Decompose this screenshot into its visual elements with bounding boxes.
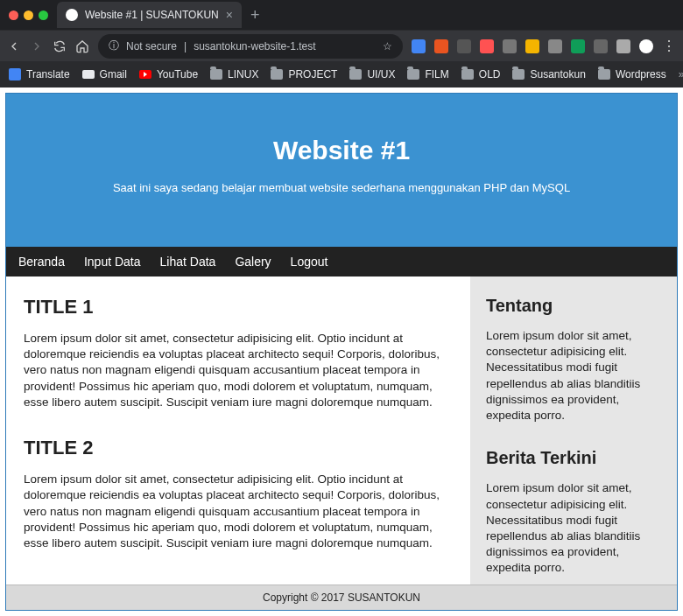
hero-title: Website #1 <box>24 136 659 165</box>
extension-icon[interactable] <box>412 39 426 53</box>
bookmark-folder[interactable]: LINUX <box>210 68 258 80</box>
extension-icon[interactable] <box>434 39 448 53</box>
gmail-icon <box>82 70 95 79</box>
window-controls <box>9 10 48 20</box>
favicon-icon <box>66 9 78 21</box>
content-area: TITLE 1 Lorem ipsum dolor sit amet, cons… <box>6 276 677 584</box>
security-label: Not secure <box>126 40 177 52</box>
close-tab-icon[interactable]: × <box>226 8 233 22</box>
sidebar-heading: Tentang <box>486 296 661 316</box>
close-window-button[interactable] <box>9 10 18 20</box>
nav-link-lihat-data[interactable]: Lihat Data <box>160 255 216 269</box>
reload-button[interactable] <box>53 39 67 53</box>
bookmark-folder[interactable]: OLD <box>461 68 501 80</box>
page-container: Website #1 Saat ini saya sedang belajar … <box>5 93 678 611</box>
folder-icon <box>210 69 222 80</box>
main-nav: Beranda Input Data Lihat Data Galery Log… <box>6 247 677 276</box>
article-body: Lorem ipsum dolor sit amet, consectetur … <box>24 331 453 410</box>
bookmark-item[interactable]: YouTube <box>139 68 198 80</box>
address-bar[interactable]: ⓘ Not secure | susantokun-website-1.test… <box>98 34 403 59</box>
folder-icon <box>512 69 525 80</box>
extension-icon[interactable] <box>594 39 608 53</box>
extensions-area: ⋮ <box>412 38 676 54</box>
footer-text: Copyright © 2017 SUSANTOKUN <box>263 592 420 604</box>
profile-avatar-icon[interactable] <box>639 39 653 53</box>
bookmark-label: LINUX <box>228 68 258 80</box>
url-divider: | <box>184 40 187 52</box>
folder-icon <box>349 69 362 80</box>
extension-icon[interactable] <box>525 39 539 53</box>
page-viewport: Website #1 Saat ini saya sedang belajar … <box>0 88 683 616</box>
bookmark-item[interactable]: Translate <box>9 68 70 80</box>
back-button[interactable] <box>7 39 21 53</box>
browser-chrome: Website #1 | SUSANTOKUN × + ⓘ Not secure… <box>0 0 683 88</box>
extension-icon[interactable] <box>480 39 494 53</box>
translate-icon <box>9 68 21 80</box>
bookmark-label: UI/UX <box>367 68 395 80</box>
maximize-window-button[interactable] <box>39 10 48 20</box>
bookmark-label: YouTube <box>157 68 198 80</box>
bookmark-item[interactable]: Gmail <box>82 68 127 80</box>
bookmark-label: PROJECT <box>288 68 337 80</box>
bookmark-folder[interactable]: Wordpress <box>598 68 666 80</box>
home-button[interactable] <box>75 39 89 53</box>
bookmarks-overflow-icon[interactable]: » <box>679 68 683 80</box>
article-title: TITLE 2 <box>24 437 453 459</box>
extension-icon[interactable] <box>503 39 517 53</box>
extension-icon[interactable] <box>548 39 562 53</box>
bookmark-folder[interactable]: UI/UX <box>349 68 395 80</box>
bookmark-folder[interactable]: FILM <box>407 68 448 80</box>
bookmarks-bar: Translate Gmail YouTube LINUX PROJECT UI… <box>0 61 683 88</box>
nav-link-input-data[interactable]: Input Data <box>84 255 141 269</box>
sidebar-heading: Berita Terkini <box>486 448 661 468</box>
nav-link-logout[interactable]: Logout <box>291 255 328 269</box>
sidebar-text: Lorem ipsum dolor sit amet, consectetur … <box>486 480 661 576</box>
minimize-window-button[interactable] <box>24 10 33 20</box>
security-info-icon[interactable]: ⓘ <box>109 38 119 53</box>
article-title: TITLE 1 <box>24 296 453 318</box>
sidebar-text: Lorem ipsum dolor sit amet, consectetur … <box>486 328 661 424</box>
bookmark-folder[interactable]: Susantokun <box>512 68 585 80</box>
nav-link-beranda[interactable]: Beranda <box>18 255 65 269</box>
bookmark-label: Translate <box>26 68 70 80</box>
bookmark-label: Gmail <box>100 68 127 80</box>
tab-title: Website #1 | SUSANTOKUN <box>85 9 219 21</box>
extension-icon[interactable] <box>457 39 471 53</box>
sidebar-column: Tentang Lorem ipsum dolor sit amet, cons… <box>470 276 677 584</box>
browser-toolbar: ⓘ Not secure | susantokun-website-1.test… <box>0 30 683 61</box>
forward-button[interactable] <box>30 39 44 53</box>
star-bookmark-icon[interactable]: ☆ <box>383 40 392 52</box>
folder-icon <box>271 69 283 80</box>
hero-banner: Website #1 Saat ini saya sedang belajar … <box>6 94 677 247</box>
hero-subtitle: Saat ini saya sedang belajar membuat web… <box>24 181 659 194</box>
bookmark-label: Susantokun <box>530 68 585 80</box>
youtube-icon <box>139 70 151 79</box>
bookmark-label: FILM <box>425 68 448 80</box>
folder-icon <box>461 69 474 80</box>
window-titlebar: Website #1 | SUSANTOKUN × + <box>0 0 683 30</box>
new-tab-button[interactable]: + <box>250 6 260 24</box>
bookmark-label: OLD <box>479 68 501 80</box>
url-text: susantokun-website-1.test <box>194 40 315 52</box>
folder-icon <box>598 69 610 80</box>
page-footer: Copyright © 2017 SUSANTOKUN <box>6 584 677 610</box>
main-column: TITLE 1 Lorem ipsum dolor sit amet, cons… <box>6 276 470 584</box>
menu-icon[interactable]: ⋮ <box>662 38 676 54</box>
bookmark-folder[interactable]: PROJECT <box>271 68 337 80</box>
extension-icon[interactable] <box>616 39 630 53</box>
article-body: Lorem ipsum dolor sit amet, consectetur … <box>24 472 453 551</box>
nav-link-galery[interactable]: Galery <box>235 255 271 269</box>
folder-icon <box>407 69 419 80</box>
browser-tab[interactable]: Website #1 | SUSANTOKUN × <box>57 2 242 28</box>
extension-icon[interactable] <box>571 39 585 53</box>
bookmark-label: Wordpress <box>616 68 666 80</box>
